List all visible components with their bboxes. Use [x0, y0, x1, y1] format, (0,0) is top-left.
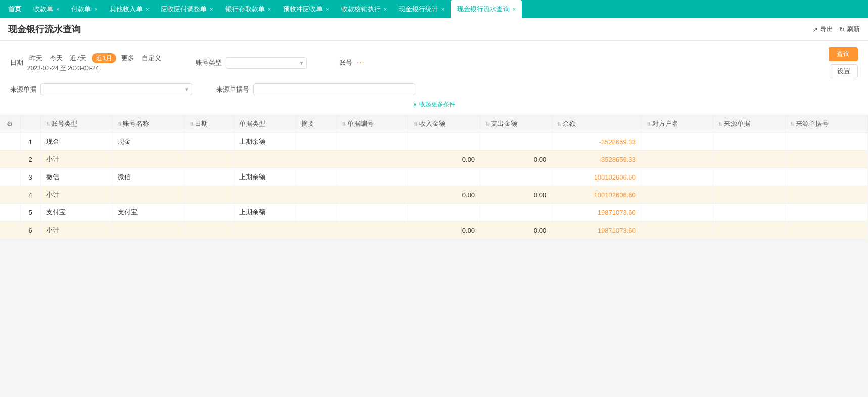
- query-button[interactable]: 查询: [829, 47, 858, 61]
- nav-receipt[interactable]: 收款单 ×: [27, 0, 65, 18]
- close-icon[interactable]: ×: [56, 6, 59, 12]
- date-btn-yesterday[interactable]: 昨天: [27, 53, 44, 63]
- row-date: [184, 204, 234, 222]
- filter-row-2: 来源单据 ▼ 来源单据号: [10, 83, 858, 95]
- row-source-doc: [713, 133, 785, 151]
- top-navigation: 首页 收款单 × 付款单 × 其他收入单 × 应收应付调整单 × 银行存取款单 …: [0, 0, 868, 18]
- nav-flow-query[interactable]: 现金银行流水查询 ×: [451, 0, 522, 18]
- nav-home[interactable]: 首页: [2, 0, 27, 18]
- row-account-name: 微信: [112, 168, 184, 186]
- nav-bank-deposit[interactable]: 银行存取款单 ×: [219, 0, 277, 18]
- col-income-header[interactable]: ⇅ 收入金额: [408, 115, 480, 133]
- row-date: [184, 151, 234, 168]
- table-row: 2小计0.000.00-3528659.33: [0, 151, 868, 168]
- source-doc-num-filter: 来源单据号: [216, 83, 415, 95]
- nav-stats[interactable]: 现金银行统计 ×: [393, 0, 450, 18]
- row-income: 0.00: [408, 186, 480, 204]
- row-source-doc-num: [785, 151, 867, 168]
- close-icon[interactable]: ×: [384, 6, 387, 12]
- close-icon[interactable]: ×: [94, 6, 97, 12]
- table-row: 3微信微信上期余额100102606.60: [0, 168, 868, 186]
- row-num: 3: [20, 168, 40, 186]
- filter-area: 日期 昨天 今天 近7天 近1月 更多 自定义 2023-02-24 至 202…: [0, 41, 868, 115]
- close-icon[interactable]: ×: [513, 6, 516, 12]
- col-account-type-header[interactable]: ⇅ 账号类型: [40, 115, 112, 133]
- row-account-name: 支付宝: [112, 204, 184, 222]
- column-settings-icon[interactable]: ⚙: [7, 120, 13, 128]
- row-income: [408, 133, 480, 151]
- row-account-type: 现金: [40, 133, 112, 151]
- account-type-filter: 账号类型 ▼: [196, 57, 307, 69]
- sort-icon: ⇅: [718, 121, 724, 127]
- settings-button[interactable]: 设置: [830, 64, 858, 78]
- row-doc-type: [234, 186, 296, 204]
- nav-advance[interactable]: 预收冲应收单 ×: [277, 0, 335, 18]
- col-account-name-header[interactable]: ⇅ 账号名称: [112, 115, 184, 133]
- row-date: [184, 186, 234, 204]
- collapse-bar[interactable]: ∧ 收起更多条件: [10, 100, 858, 109]
- col-doc-num-header[interactable]: ⇅ 单据编号: [337, 115, 408, 133]
- account-type-label: 账号类型: [196, 58, 222, 67]
- close-icon[interactable]: ×: [441, 6, 444, 12]
- row-doc-num: [337, 204, 408, 222]
- row-source-doc-num: [785, 222, 867, 239]
- row-income: 0.00: [408, 222, 480, 239]
- row-counterpart: [641, 204, 713, 222]
- col-balance-header[interactable]: ⇅ 余额: [552, 115, 642, 133]
- account-dots-button[interactable]: ···: [356, 58, 364, 67]
- export-button[interactable]: ↗ 导出: [812, 25, 833, 34]
- nav-other-income[interactable]: 其他收入单 ×: [104, 0, 155, 18]
- row-summary: [296, 222, 337, 239]
- row-summary: [296, 204, 337, 222]
- source-doc-num-input[interactable]: [253, 83, 415, 95]
- sort-icon: ⇅: [118, 121, 123, 127]
- col-expense-header[interactable]: ⇅ 支出金额: [480, 115, 552, 133]
- source-doc-select[interactable]: [40, 83, 192, 95]
- close-icon[interactable]: ×: [326, 6, 329, 12]
- row-account-type: 微信: [40, 168, 112, 186]
- row-source-doc-num: [785, 186, 867, 204]
- date-filter: 日期 昨天 今天 近7天 近1月 更多 自定义 2023-02-24 至 202…: [10, 53, 163, 73]
- row-account-type: 支付宝: [40, 204, 112, 222]
- sort-icon: ⇅: [414, 121, 419, 127]
- col-date-header[interactable]: ⇅ 日期: [184, 115, 234, 133]
- account-type-select-wrapper: ▼: [226, 57, 307, 69]
- row-account-type: 小计: [40, 222, 112, 239]
- row-doc-type: [234, 222, 296, 239]
- row-date: [184, 168, 234, 186]
- table-row: 6小计0.000.0019871073.60: [0, 222, 868, 239]
- col-counterpart-header[interactable]: ⇅ 对方户名: [641, 115, 713, 133]
- date-btn-today[interactable]: 今天: [48, 53, 65, 63]
- account-filter: 账号 ···: [339, 58, 364, 67]
- row-counterpart: [641, 186, 713, 204]
- close-icon[interactable]: ×: [146, 6, 149, 12]
- row-date: [184, 133, 234, 151]
- row-balance: -3528659.33: [552, 133, 642, 151]
- date-range: 2023-02-24 至 2023-03-24: [27, 64, 163, 73]
- row-income: [408, 168, 480, 186]
- row-summary: [296, 186, 337, 204]
- col-source-doc-header[interactable]: ⇅ 来源单据: [713, 115, 785, 133]
- close-icon[interactable]: ×: [268, 6, 271, 12]
- nav-writeoff[interactable]: 收款核销执行 ×: [335, 0, 393, 18]
- row-balance: 19871073.60: [552, 204, 642, 222]
- account-type-select[interactable]: [226, 57, 307, 69]
- row-doc-num: [337, 133, 408, 151]
- close-icon[interactable]: ×: [210, 6, 213, 12]
- date-btn-7days[interactable]: 近7天: [68, 53, 88, 63]
- date-btn-1month[interactable]: 近1月: [92, 53, 116, 63]
- row-settings-cell: [0, 151, 20, 168]
- nav-adjustment[interactable]: 应收应付调整单 ×: [155, 0, 219, 18]
- row-account-name: 现金: [112, 133, 184, 151]
- nav-payment[interactable]: 付款单 ×: [65, 0, 103, 18]
- col-source-doc-num-header[interactable]: ⇅ 来源单据号: [785, 115, 867, 133]
- date-btn-custom[interactable]: 自定义: [140, 53, 163, 63]
- row-settings-cell: [0, 168, 20, 186]
- date-options: 昨天 今天 近7天 近1月 更多 自定义: [27, 53, 163, 63]
- col-summary-header: 摘要: [296, 115, 337, 133]
- col-settings: ⚙: [0, 115, 20, 133]
- refresh-button[interactable]: ↻ 刷新: [839, 25, 860, 34]
- row-account-name: [112, 222, 184, 239]
- date-btn-more[interactable]: 更多: [119, 53, 136, 63]
- row-num: 6: [20, 222, 40, 239]
